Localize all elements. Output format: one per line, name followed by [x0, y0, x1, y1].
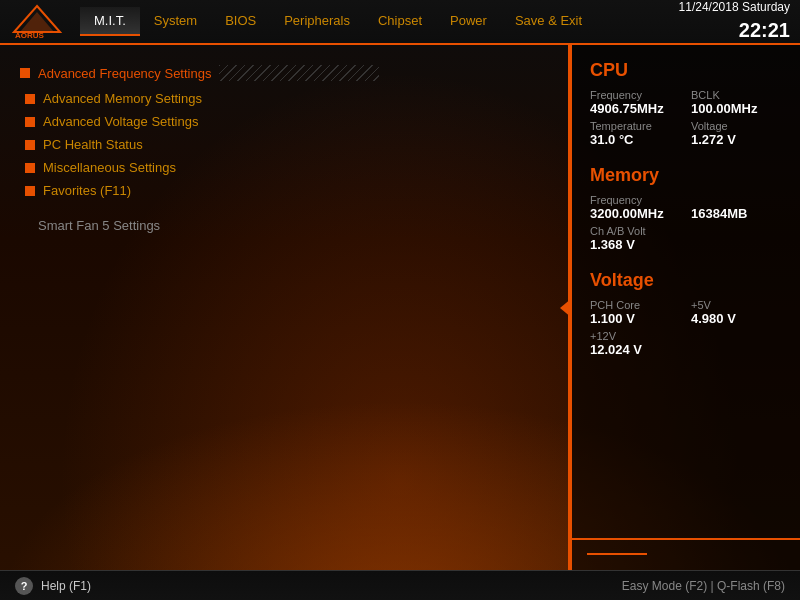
- menu-item-voltage[interactable]: Advanced Voltage Settings: [25, 114, 548, 129]
- bullet-pc-health: [25, 140, 35, 150]
- bullet-freq: [20, 68, 30, 78]
- menu-label-pc-health: PC Health Status: [43, 137, 143, 152]
- shortcuts: Easy Mode (F2) | Q-Flash (F8): [622, 579, 785, 593]
- bullet-voltage: [25, 117, 35, 127]
- menu-label-misc: Miscellaneous Settings: [43, 160, 176, 175]
- status-bar: ? Help (F1) Easy Mode (F2) | Q-Flash (F8…: [0, 570, 800, 600]
- mem-freq-value: 3200.00MHz: [590, 206, 681, 221]
- bullet-memory: [25, 94, 35, 104]
- nav-item-system[interactable]: System: [140, 7, 211, 36]
- date-display: 11/24/2018 Saturday: [679, 0, 790, 16]
- menu-item-favorites[interactable]: Favorites (F11): [25, 183, 548, 198]
- main-content: Advanced Frequency Settings Advanced Mem…: [0, 45, 800, 570]
- memory-section: Memory Frequency 3200.00MHz 16384MB Ch A…: [590, 165, 782, 252]
- logo: AORUS: [10, 4, 65, 39]
- bottom-orange-short: [587, 553, 647, 555]
- cpu-temp-label: Temperature: [590, 120, 681, 132]
- help-icon: ?: [15, 577, 33, 595]
- left-panel: Advanced Frequency Settings Advanced Mem…: [0, 45, 570, 570]
- cpu-freq-value: 4906.75MHz: [590, 101, 681, 116]
- plus5v-value: 4.980 V: [691, 311, 782, 326]
- menu-item-misc[interactable]: Miscellaneous Settings: [25, 160, 548, 175]
- nav-item-power[interactable]: Power: [436, 7, 501, 36]
- nav-item-chipset[interactable]: Chipset: [364, 7, 436, 36]
- help-label[interactable]: Help (F1): [41, 579, 91, 593]
- menu-item-memory[interactable]: Advanced Memory Settings: [25, 91, 548, 106]
- menu-item-pc-health[interactable]: PC Health Status: [25, 137, 548, 152]
- active-pattern: [219, 65, 379, 81]
- cpu-section: CPU Frequency 4906.75MHz BCLK 100.00MHz …: [590, 60, 782, 147]
- cpu-volt-label: Voltage: [691, 120, 782, 132]
- bullet-misc: [25, 163, 35, 173]
- cpu-bclk-label: BCLK: [691, 89, 782, 101]
- nav-item-peripherals[interactable]: Peripherals: [270, 7, 364, 36]
- menu-label-freq[interactable]: Advanced Frequency Settings: [38, 66, 211, 81]
- right-panel: CPU Frequency 4906.75MHz BCLK 100.00MHz …: [570, 45, 800, 570]
- nav-item-bios[interactable]: BIOS: [211, 7, 270, 36]
- mem-freq-label: Frequency: [590, 194, 681, 206]
- mem-chvolt-label: Ch A/B Volt: [590, 225, 782, 237]
- svg-text:AORUS: AORUS: [15, 31, 45, 39]
- voltage-title: Voltage: [590, 270, 782, 291]
- svg-marker-1: [20, 12, 54, 32]
- time-display: 22:21: [679, 16, 790, 44]
- help-section: ? Help (F1): [15, 577, 91, 595]
- header: AORUS M.I.T. System BIOS Peripherals Chi…: [0, 0, 800, 45]
- mem-size-value: 16384MB: [691, 206, 782, 221]
- menu-label-favorites: Favorites (F11): [43, 183, 131, 198]
- panel-arrow: [560, 298, 572, 318]
- menu-item-smart-fan[interactable]: Smart Fan 5 Settings: [38, 218, 548, 233]
- plus12v-value: 12.024 V: [590, 342, 782, 357]
- cpu-title: CPU: [590, 60, 782, 81]
- mem-chvolt-value: 1.368 V: [590, 237, 782, 252]
- memory-title: Memory: [590, 165, 782, 186]
- voltage-section: Voltage PCH Core 1.100 V +5V 4.980 V +12…: [590, 270, 782, 357]
- cpu-temp-value: 31.0 °C: [590, 132, 681, 147]
- qflash-shortcut[interactable]: Q-Flash (F8): [717, 579, 785, 593]
- mem-size-label: [691, 194, 782, 206]
- cpu-freq-label: Frequency: [590, 89, 681, 101]
- pch-core-value: 1.100 V: [590, 311, 681, 326]
- nav-menu: M.I.T. System BIOS Peripherals Chipset P…: [80, 7, 679, 36]
- pch-core-label: PCH Core: [590, 299, 681, 311]
- datetime: 11/24/2018 Saturday 22:21: [679, 0, 790, 44]
- cpu-bclk-value: 100.00MHz: [691, 101, 782, 116]
- menu-label-memory: Advanced Memory Settings: [43, 91, 202, 106]
- plus5v-label: +5V: [691, 299, 782, 311]
- menu-label-voltage: Advanced Voltage Settings: [43, 114, 198, 129]
- bottom-orange-line: [572, 538, 800, 540]
- nav-item-mit[interactable]: M.I.T.: [80, 7, 140, 36]
- nav-item-save-exit[interactable]: Save & Exit: [501, 7, 596, 36]
- cpu-volt-value: 1.272 V: [691, 132, 782, 147]
- easy-mode-shortcut[interactable]: Easy Mode (F2): [622, 579, 707, 593]
- plus12v-label: +12V: [590, 330, 782, 342]
- bullet-favorites: [25, 186, 35, 196]
